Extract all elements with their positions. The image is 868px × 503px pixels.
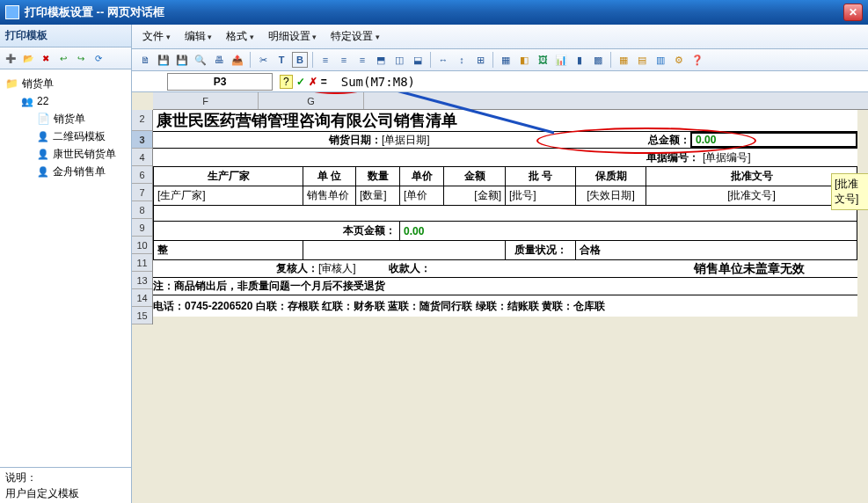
formula-value[interactable]: Sum(M7:M8) [334, 75, 422, 89]
contact-row: 电话：0745-2206520 白联：存根联 红联：财务联 蓝联：随货同行联 绿… [153, 299, 605, 314]
tool-grid2-icon[interactable]: ▤ [634, 52, 650, 68]
col-header-f[interactable]: F [153, 92, 259, 109]
col-approval: 批准文号 [646, 167, 857, 186]
sticky-note: [批准文号] [831, 173, 868, 210]
cell-reference[interactable]: P3 [167, 73, 273, 91]
tool-align-center-icon[interactable]: ≡ [336, 52, 352, 68]
cell-amount[interactable]: [金额] [444, 186, 506, 206]
column-headers: F G [153, 92, 868, 110]
col-header-g[interactable]: G [259, 92, 364, 109]
row-num[interactable]: 9 [132, 219, 152, 237]
col-price: 单价 [400, 167, 444, 186]
row-num[interactable]: 4 [132, 149, 152, 166]
tree-item-1[interactable]: 二维码模板 [37, 128, 126, 145]
tool-col-width-icon[interactable]: ↔ [435, 52, 451, 68]
row-num[interactable]: 15 [132, 307, 152, 324]
tool-valign-top-icon[interactable]: ⬒ [373, 52, 389, 68]
user-template-item[interactable]: 用户自定义模板 [5, 485, 126, 501]
tool-font-icon[interactable]: T [274, 52, 289, 68]
formula-cancel-icon[interactable]: ✗ [309, 76, 317, 88]
tool-new-icon[interactable]: 🗎 [137, 52, 153, 68]
tool-align-left-icon[interactable]: ≡ [317, 52, 333, 68]
tool-valign-bot-icon[interactable]: ⬓ [410, 52, 426, 68]
tool-settings-icon[interactable]: ⚙ [671, 52, 687, 68]
tool-preview-icon[interactable]: 🔍 [193, 52, 208, 68]
menu-detail[interactable]: 明细设置 [263, 27, 323, 46]
row-num[interactable]: 6 [132, 166, 152, 184]
row-num[interactable]: 10 [132, 237, 152, 254]
menu-file[interactable]: 文件 [137, 27, 176, 46]
sidebar-export-button[interactable]: ↪ [74, 51, 88, 65]
spreadsheet[interactable]: 康世民医药营销管理咨询有限公司销售清单 销货日期： [单据日期] 总金额： 0.… [153, 110, 857, 317]
grid-empty-row[interactable] [154, 206, 857, 222]
tree-root[interactable]: 销货单 [5, 75, 126, 92]
docno-value: [单据编号] [699, 150, 857, 165]
window-title: 打印模板设置 -- 网页对话框 [25, 4, 164, 20]
row-num[interactable]: 11 [132, 254, 152, 272]
formula-accept-icon[interactable]: ✓ [296, 76, 305, 88]
sheet-title: 康世民医药营销管理咨询有限公司销售清单 [153, 110, 857, 131]
cell-approval[interactable]: [批准文号] [646, 186, 857, 206]
reviewer-value: [审核人] [318, 261, 389, 276]
row-num-selected[interactable]: 3 [132, 131, 152, 149]
tool-save-icon[interactable]: 💾 [156, 52, 171, 68]
template-tree: 销货单 22 销货单 二维码模板 康世民销货单 金舟销售单 [0, 69, 131, 186]
tool-help-icon[interactable]: ❓ [689, 52, 705, 68]
row-num[interactable]: 13 [132, 272, 152, 289]
grid-data-row[interactable]: [生产厂家] 销售单价 [数量] [单价 [金额] [批号] [失效日期] [批… [154, 186, 857, 206]
sidebar-delete-button[interactable]: ✖ [39, 51, 53, 65]
cell-manufacturer[interactable]: [生产厂家] [154, 186, 303, 206]
formula-hint-icon[interactable]: ? [280, 75, 293, 89]
tool-border-icon[interactable]: ▦ [498, 52, 514, 68]
cell-price[interactable]: [单价 [400, 186, 444, 206]
tool-chart-icon[interactable]: 📊 [553, 52, 569, 68]
separator [430, 52, 431, 68]
tool-image-icon[interactable]: 🖼 [535, 52, 551, 68]
tree-item-3[interactable]: 金舟销售单 [37, 163, 126, 180]
total-value[interactable]: 0.00 [696, 134, 716, 146]
total-label: 总金额： [648, 133, 690, 148]
cell-unit[interactable]: 销售单价 [303, 186, 356, 206]
row-num[interactable]: 2 [132, 110, 152, 131]
tool-grid3-icon[interactable]: ▥ [653, 52, 668, 68]
row-num[interactable]: 14 [132, 289, 152, 307]
col-batch: 批 号 [506, 167, 576, 186]
cell-expiry[interactable]: [失效日期] [576, 186, 646, 206]
tool-export-icon[interactable]: 📤 [230, 52, 245, 68]
tool-print-icon[interactable]: 🖶 [211, 52, 227, 68]
row-num[interactable]: 8 [132, 201, 152, 219]
sidebar-refresh-button[interactable]: ⟳ [91, 51, 106, 65]
tool-qr-icon[interactable]: ▩ [590, 52, 606, 68]
tool-fill-icon[interactable]: ◧ [516, 52, 532, 68]
cell-batch[interactable]: [批号] [506, 186, 576, 206]
formula-equals-icon: = [321, 76, 327, 88]
sale-date-value: [单据日期] [382, 133, 430, 148]
sidebar-toolbar: ➕ 📂 ✖ ↩ ↪ ⟳ [0, 47, 131, 69]
menu-format[interactable]: 格式 [221, 27, 259, 46]
window-close-button[interactable]: ✕ [843, 4, 863, 21]
window-icon [5, 5, 19, 19]
tool-barcode-icon[interactable]: ▮ [572, 52, 587, 68]
tree-item-2[interactable]: 康世民销货单 [37, 145, 126, 163]
zheng-label: 整 [154, 241, 303, 260]
sidebar-new-button[interactable]: ➕ [4, 51, 18, 65]
tool-bold-icon[interactable]: B [292, 52, 308, 68]
tool-row-height-icon[interactable]: ↕ [454, 52, 470, 68]
row-num[interactable]: 7 [132, 184, 152, 201]
tool-valign-mid-icon[interactable]: ◫ [391, 52, 407, 68]
tool-grid1-icon[interactable]: ▦ [616, 52, 631, 68]
tree-group[interactable]: 22 [21, 92, 126, 110]
col-qty: 数量 [356, 167, 400, 186]
window-titlebar: 打印模板设置 -- 网页对话框 ✕ [0, 0, 868, 25]
sidebar-open-button[interactable]: 📂 [21, 51, 35, 65]
menu-special[interactable]: 特定设置 [325, 27, 385, 46]
tree-item-0[interactable]: 销货单 [37, 110, 126, 128]
menu-edit[interactable]: 编辑 [179, 27, 218, 46]
tool-cut-icon[interactable]: ✂ [255, 52, 271, 68]
tool-saveas-icon[interactable]: 💾 [174, 52, 190, 68]
cell-qty[interactable]: [数量] [356, 186, 400, 206]
tool-merge-icon[interactable]: ⊞ [472, 52, 488, 68]
sheet-area: F G 2 3 4 6 7 8 9 10 11 13 14 15 康世民医药营销… [132, 92, 868, 503]
sidebar-import-button[interactable]: ↩ [56, 51, 70, 65]
tool-align-right-icon[interactable]: ≡ [354, 52, 370, 68]
